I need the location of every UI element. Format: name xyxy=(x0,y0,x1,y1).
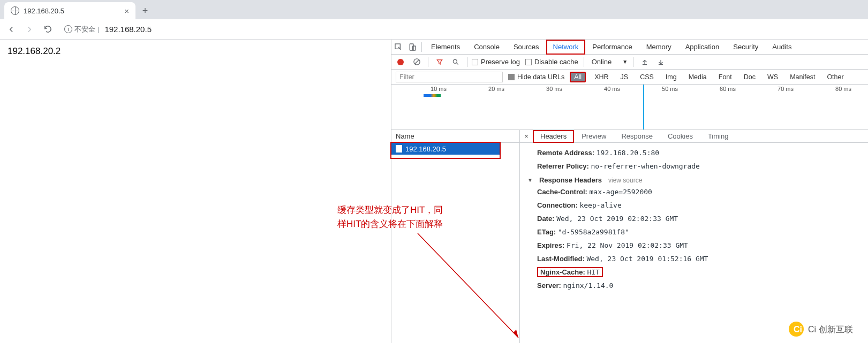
header-last-modified: Last-Modified: Wed, 23 Oct 2019 01:52:16… xyxy=(537,254,861,264)
timeline-request-bar xyxy=(424,94,441,97)
content-split: 192.168.20.2 缓存类型就变成了HIT，同 样HIT的含义将在下面解释… xyxy=(0,40,868,343)
filter-type-doc[interactable]: Doc xyxy=(741,73,759,81)
omnibox[interactable]: i 不安全 | 192.168.20.5 xyxy=(64,25,863,34)
reload-button[interactable] xyxy=(42,24,54,35)
security-separator: | xyxy=(97,25,99,33)
header-server: Server: nginx/1.14.0 xyxy=(537,280,861,291)
view-source-link[interactable]: view source xyxy=(608,177,642,184)
timeline-label: 20 ms xyxy=(488,86,504,92)
filter-type-all[interactable]: All xyxy=(570,72,586,82)
tab-elements[interactable]: Elements xyxy=(424,40,467,55)
request-list: Name 192.168.20.5 xyxy=(391,130,520,343)
filter-input[interactable]: Filter xyxy=(396,72,503,82)
security-badge[interactable]: i 不安全 | xyxy=(64,25,99,34)
record-button[interactable] xyxy=(394,55,407,69)
header-referrer-policy: Referrer Policy: no-referrer-when-downgr… xyxy=(537,161,861,172)
page-viewport: 192.168.20.2 缓存类型就变成了HIT，同 样HIT的含义将在下面解释 xyxy=(0,40,391,343)
filter-type-xhr[interactable]: XHR xyxy=(591,73,612,81)
separator xyxy=(633,57,633,67)
header-connection: Connection: keep-alive xyxy=(537,200,861,211)
tab-security[interactable]: Security xyxy=(726,40,765,55)
devtools-tab-bar: Elements Console Sources Network Perform… xyxy=(391,40,868,55)
chevron-down-icon: ▼ xyxy=(622,59,628,65)
security-label: 不安全 xyxy=(74,25,95,34)
header-etag: ETag: "d-5958a2a9981f8" xyxy=(537,227,861,238)
filter-type-css[interactable]: CSS xyxy=(637,73,657,81)
separator xyxy=(421,42,422,52)
network-filter-bar: Filter Hide data URLs All XHR JS CSS Img… xyxy=(391,70,868,85)
header-cache-control: Cache-Control: max-age=2592000 xyxy=(537,187,861,197)
timeline-label: 80 ms xyxy=(835,86,851,92)
filter-type-js[interactable]: JS xyxy=(617,73,632,81)
header-date: Date: Wed, 23 Oct 2019 02:02:33 GMT xyxy=(537,214,861,224)
tab-sources[interactable]: Sources xyxy=(507,40,546,55)
throttling-select[interactable]: Online ▼ xyxy=(592,58,628,66)
detail-tab-preview[interactable]: Preview xyxy=(574,130,614,143)
network-timeline[interactable]: 10 ms 20 ms 30 ms 40 ms 50 ms 60 ms 70 m… xyxy=(391,85,868,130)
new-tab-button[interactable]: + xyxy=(138,3,153,18)
filter-type-media[interactable]: Media xyxy=(685,73,710,81)
filter-type-other[interactable]: Other xyxy=(824,73,847,81)
separator xyxy=(584,57,584,67)
request-name: 192.168.20.5 xyxy=(405,145,446,153)
hide-data-urls-checkbox[interactable]: Hide data URLs xyxy=(508,73,564,81)
tab-network[interactable]: Network xyxy=(546,40,586,55)
inspect-icon[interactable] xyxy=(391,40,405,54)
header-expires: Expires: Fri, 22 Nov 2019 02:02:33 GMT xyxy=(537,240,861,251)
filter-type-ws[interactable]: WS xyxy=(764,73,781,81)
header-nginx-cache: Nginx-Cache: HIT xyxy=(537,267,861,278)
request-row[interactable]: 192.168.20.5 xyxy=(391,143,500,155)
tab-console[interactable]: Console xyxy=(467,40,507,55)
document-icon xyxy=(396,145,402,153)
browser-tab-strip: 192.168.20.5 × + xyxy=(0,0,868,19)
svg-text:Ci: Ci xyxy=(794,325,802,334)
tab-audits[interactable]: Audits xyxy=(765,40,798,55)
device-toggle-icon[interactable] xyxy=(405,40,419,54)
filter-type-manifest[interactable]: Manifest xyxy=(787,73,818,81)
download-har-icon[interactable] xyxy=(654,55,668,69)
triangle-down-icon: ▼ xyxy=(527,177,533,183)
search-icon[interactable] xyxy=(449,55,463,69)
watermark-logo: Ci Ci 创新互联 xyxy=(787,319,863,339)
disable-cache-checkbox[interactable]: Disable cache xyxy=(525,58,578,66)
detail-tab-timing[interactable]: Timing xyxy=(700,130,736,143)
tab-application[interactable]: Application xyxy=(678,40,727,55)
network-bottom: Name 192.168.20.5 × Headers Preview Resp… xyxy=(391,130,868,343)
timeline-label: 60 ms xyxy=(720,86,736,92)
filter-type-font[interactable]: Font xyxy=(715,73,735,81)
tab-performance[interactable]: Performance xyxy=(585,40,639,55)
detail-tab-response[interactable]: Response xyxy=(614,130,660,143)
response-headers-section[interactable]: ▼ Response Headers view source xyxy=(527,176,861,184)
page-body-text: 192.168.20.2 xyxy=(7,46,61,56)
timeline-label: 50 ms xyxy=(662,86,678,92)
headers-body: Remote Address: 192.168.20.5:80 Referrer… xyxy=(520,143,868,343)
svg-text:Ci 创新互联: Ci 创新互联 xyxy=(808,325,853,334)
clear-button[interactable] xyxy=(410,55,424,69)
close-tab-icon[interactable]: × xyxy=(124,6,129,16)
network-toolbar: Preserve log Disable cache Online ▼ xyxy=(391,55,868,70)
request-list-header[interactable]: Name xyxy=(391,130,519,143)
tab-memory[interactable]: Memory xyxy=(639,40,678,55)
browser-tab[interactable]: 192.168.20.5 × xyxy=(4,2,135,19)
preserve-log-checkbox[interactable]: Preserve log xyxy=(472,58,520,66)
forward-button[interactable] xyxy=(24,24,35,35)
separator xyxy=(467,57,467,67)
filter-icon[interactable] xyxy=(433,55,447,69)
timeline-label: 40 ms xyxy=(604,86,620,92)
tab-title: 192.168.20.5 xyxy=(24,7,64,15)
upload-har-icon[interactable] xyxy=(638,55,652,69)
detail-tab-headers[interactable]: Headers xyxy=(533,130,574,143)
separator xyxy=(428,57,428,67)
svg-point-6 xyxy=(453,59,457,63)
address-bar: i 不安全 | 192.168.20.5 xyxy=(0,19,868,40)
header-remote-address: Remote Address: 192.168.20.5:80 xyxy=(537,148,861,158)
timeline-label: 10 ms xyxy=(431,86,447,92)
close-detail-button[interactable]: × xyxy=(520,132,533,140)
filter-type-img[interactable]: Img xyxy=(662,73,680,81)
back-button[interactable] xyxy=(5,24,17,35)
devtools-panel: Elements Console Sources Network Perform… xyxy=(391,40,868,343)
globe-icon xyxy=(11,6,19,15)
detail-tab-cookies[interactable]: Cookies xyxy=(660,130,700,143)
info-icon: i xyxy=(64,25,72,33)
annotation-text: 缓存类型就变成了HIT，同 样HIT的含义将在下面解释 xyxy=(337,203,503,231)
